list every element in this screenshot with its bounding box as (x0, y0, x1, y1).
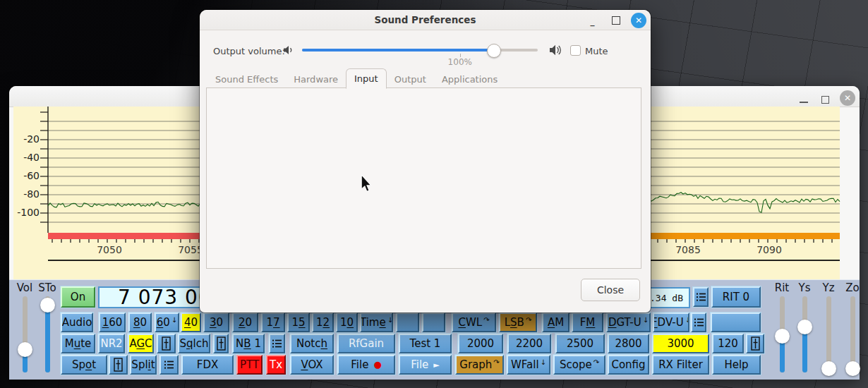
button-40[interactable]: 40 (181, 313, 201, 332)
button-80[interactable]: 80 (128, 313, 152, 332)
button-rfgain[interactable]: RfGain (337, 334, 395, 353)
button-notch[interactable]: Notch (290, 334, 334, 353)
dialog-maximize-icon[interactable] (612, 16, 620, 25)
button-audio[interactable]: Audio (61, 313, 93, 332)
blank-button[interactable] (422, 313, 445, 332)
button-label: Config (611, 358, 645, 371)
button-2000[interactable]: 2000 (458, 334, 503, 353)
button-label: VOX (301, 358, 323, 371)
output-mute-checkbox[interactable] (570, 45, 581, 56)
button-graph[interactable]: Graph↷ (455, 355, 504, 375)
tab-sound-effects[interactable]: Sound Effects (207, 70, 286, 89)
button-scope[interactable]: Scope↷ (553, 355, 605, 375)
tab-input[interactable]: Input (346, 68, 387, 89)
slider-handle-yz[interactable] (821, 361, 836, 376)
popup-arrow-icon: ↷ (483, 316, 489, 324)
tab-hardware[interactable]: Hardware (286, 70, 346, 89)
button-fdv-u[interactable]: FDV-U↓ (653, 313, 689, 332)
button-time[interactable]: Time↓ (360, 313, 393, 332)
menu-button[interactable] (269, 334, 285, 353)
button-split[interactable]: Split (130, 355, 157, 375)
button-nb-1[interactable]: NB 1 (232, 334, 265, 353)
slider-popup-button[interactable] (213, 334, 229, 353)
button-sqlch[interactable]: Sqlch (178, 334, 210, 353)
button-wfall[interactable]: WFall↓ (507, 355, 550, 375)
tab-applications[interactable]: Applications (434, 70, 505, 89)
button-10[interactable]: 10 (336, 313, 358, 332)
slider-popup-button[interactable] (746, 334, 764, 353)
slider-handle-rit[interactable] (775, 329, 790, 344)
frequency-axis-label: 7090 (749, 244, 789, 255)
button-file-record[interactable]: File● (337, 355, 395, 375)
button-ptt[interactable]: PTT (236, 355, 263, 375)
button-160[interactable]: 160 (99, 313, 126, 332)
menu-button[interactable] (159, 355, 179, 375)
slider-handle-ys[interactable] (797, 320, 812, 334)
button-file-play[interactable]: File► (399, 355, 452, 375)
button-dgt-u[interactable]: DGT-U↓ (606, 313, 651, 332)
radio-minimize-icon[interactable] (800, 102, 808, 103)
button-label: File (411, 358, 428, 371)
tab-output[interactable]: Output (387, 70, 434, 89)
button-rx-filter[interactable]: RX Filter (652, 355, 709, 375)
slider-handle-zo[interactable] (845, 361, 860, 376)
button-12[interactable]: 12 (312, 313, 334, 332)
button-mute[interactable]: Mute (61, 334, 95, 353)
dialog-title: Sound Preferences (200, 14, 651, 25)
down-arrow-icon: ↓ (643, 316, 649, 324)
radio-maximize-icon[interactable] (821, 96, 829, 104)
button-label: Notch (296, 337, 327, 350)
button-help[interactable]: Help (712, 355, 761, 375)
button-2800[interactable]: 2800 (608, 334, 649, 353)
radio-close-icon[interactable]: ✕ (840, 90, 855, 106)
slider-popup-button[interactable] (157, 334, 176, 353)
button-label: Split (131, 358, 155, 371)
blank-button[interactable] (396, 313, 419, 332)
button-3000[interactable]: 3000 (652, 334, 709, 353)
button-nr2[interactable]: NR2 (98, 334, 125, 353)
rit-button[interactable]: RIT 0 (711, 286, 761, 308)
button-label: DGT-U (608, 316, 641, 329)
button-label: 2000 (467, 337, 494, 350)
button-test-1[interactable]: Test 1 (399, 334, 452, 353)
button-spot[interactable]: Spot (61, 355, 107, 375)
button-am[interactable]: AM (542, 313, 569, 332)
button-15[interactable]: 15 (287, 313, 310, 332)
button-20[interactable]: 20 (232, 313, 258, 332)
button-label: 2500 (567, 337, 593, 350)
button-lsb[interactable]: LSB↷ (499, 313, 537, 332)
button-cwl[interactable]: CWL↷ (452, 313, 496, 332)
button-120[interactable]: 120 (712, 334, 744, 353)
dialog-minimize-icon[interactable]: – (589, 19, 596, 32)
on-button[interactable]: On (61, 286, 95, 308)
slider-handle-sto[interactable] (40, 298, 55, 313)
button-fdx[interactable]: FDX (181, 355, 234, 375)
slider-popup-button[interactable] (109, 355, 128, 375)
button-label: RX Filter (658, 358, 703, 371)
button-tx[interactable]: Tx (266, 355, 286, 375)
button-30[interactable]: 30 (203, 313, 229, 332)
output-volume-handle[interactable] (487, 44, 501, 58)
sound-preferences-dialog: Sound Preferences – ✕ Output volume: 100… (200, 10, 651, 313)
button-17[interactable]: 17 (261, 313, 285, 332)
button-fm[interactable]: FM (572, 313, 603, 332)
dialog-close-icon[interactable]: ✕ (631, 13, 646, 28)
button-label: NB 1 (236, 337, 261, 350)
close-button[interactable]: Close (581, 279, 640, 301)
button-label: 40 (184, 316, 198, 329)
record-dot-icon: ● (373, 359, 381, 370)
button-2200[interactable]: 2200 (507, 334, 551, 353)
menu-button[interactable] (691, 313, 706, 332)
blank-button[interactable] (711, 313, 761, 332)
slider-handle-vol[interactable] (18, 342, 32, 357)
button-config[interactable]: Config (608, 355, 649, 375)
button-agc[interactable]: AGC (128, 334, 154, 353)
db-axis-label: -100 (8, 207, 40, 218)
button-2500[interactable]: 2500 (555, 334, 605, 353)
button-label: Scope (560, 358, 592, 371)
button-vox[interactable]: VOX (290, 355, 334, 375)
button-label: Sqlch (180, 337, 209, 350)
button-60[interactable]: 60↓ (155, 313, 179, 332)
smeter-menu-button[interactable] (693, 287, 709, 307)
button-label: 12 (316, 316, 330, 329)
